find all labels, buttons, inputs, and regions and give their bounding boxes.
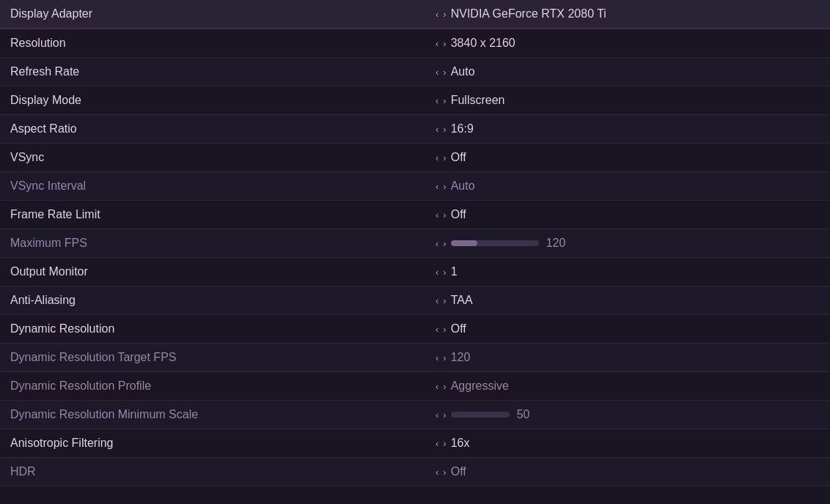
label-aspect-ratio: Aspect Ratio	[0, 115, 425, 144]
value-text-vsync: Off	[451, 151, 466, 164]
value-text-dynamic-resolution: Off	[451, 322, 466, 336]
label-refresh-rate: Refresh Rate	[0, 58, 425, 86]
value-wrapper-maximum-fps: ‹›120	[436, 237, 820, 250]
value-cell-maximum-fps: ‹›120	[425, 229, 830, 258]
value-wrapper-resolution: ‹›3840 x 2160	[436, 37, 820, 50]
value-text-hdr: Off	[451, 465, 466, 478]
label-dynamic-resolution-target-fps: Dynamic Resolution Target FPS	[0, 344, 425, 372]
slider-fill-maximum-fps	[451, 240, 477, 246]
slider-bar-maximum-fps	[451, 240, 539, 246]
arrow-left-anti-aliasing[interactable]: ‹	[436, 295, 438, 306]
row-maximum-fps: Maximum FPS‹›120	[0, 229, 830, 258]
slider-dynamic-resolution-minimum-scale[interactable]: 50	[451, 408, 539, 421]
label-display-adapter: Display Adapter	[0, 0, 425, 29]
arrow-left-display-adapter[interactable]: ‹	[436, 9, 438, 20]
value-wrapper-dynamic-resolution-profile: ‹›Aggressive	[436, 379, 820, 393]
slider-num-maximum-fps: 120	[546, 237, 568, 250]
label-vsync: VSync	[0, 144, 425, 172]
value-wrapper-dynamic-resolution: ‹›Off	[436, 322, 820, 336]
value-cell-vsync-interval: ‹›Auto	[425, 172, 830, 201]
row-display-adapter: Display Adapter‹›NVIDIA GeForce RTX 2080…	[0, 0, 830, 29]
arrow-right-resolution[interactable]: ›	[443, 38, 446, 49]
value-cell-aspect-ratio: ‹›16:9	[425, 115, 830, 144]
arrow-right-display-adapter[interactable]: ›	[443, 9, 446, 20]
arrow-right-anisotropic-filtering[interactable]: ›	[443, 438, 446, 449]
arrow-left-resolution[interactable]: ‹	[436, 38, 438, 49]
arrow-right-maximum-fps[interactable]: ›	[443, 238, 446, 249]
arrow-right-display-mode[interactable]: ›	[443, 95, 446, 106]
arrow-right-refresh-rate[interactable]: ›	[443, 67, 446, 78]
row-resolution: Resolution‹›3840 x 2160	[0, 29, 830, 58]
row-dynamic-resolution: Dynamic Resolution‹›Off	[0, 315, 830, 344]
arrow-right-vsync-interval[interactable]: ›	[443, 181, 446, 192]
value-text-dynamic-resolution-profile: Aggressive	[451, 379, 509, 393]
value-wrapper-vsync: ‹›Off	[436, 151, 820, 164]
arrow-left-dynamic-resolution-minimum-scale[interactable]: ‹	[436, 410, 438, 420]
value-cell-frame-rate-limit: ‹›Off	[425, 201, 830, 229]
row-frame-rate-limit: Frame Rate Limit‹›Off	[0, 201, 830, 229]
arrow-right-dynamic-resolution-target-fps[interactable]: ›	[443, 352, 446, 363]
value-wrapper-output-monitor: ‹›1	[436, 265, 820, 278]
arrow-left-aspect-ratio[interactable]: ‹	[436, 124, 438, 135]
value-text-dynamic-resolution-target-fps: 120	[451, 351, 471, 364]
row-anti-aliasing: Anti-Aliasing‹›TAA	[0, 286, 830, 315]
label-dynamic-resolution-profile: Dynamic Resolution Profile	[0, 372, 425, 401]
value-cell-anisotropic-filtering: ‹›16x	[425, 429, 830, 458]
value-cell-hdr: ‹›Off	[425, 458, 830, 486]
arrow-left-frame-rate-limit[interactable]: ‹	[436, 210, 438, 220]
row-display-mode: Display Mode‹›Fullscreen	[0, 86, 830, 115]
label-output-monitor: Output Monitor	[0, 258, 425, 286]
arrow-right-vsync[interactable]: ›	[443, 152, 446, 163]
arrow-right-anti-aliasing[interactable]: ›	[443, 295, 446, 306]
value-text-anti-aliasing: TAA	[451, 294, 473, 307]
slider-bar-dynamic-resolution-minimum-scale	[451, 412, 510, 418]
value-wrapper-display-adapter: ‹›NVIDIA GeForce RTX 2080 Ti	[436, 7, 820, 21]
value-cell-resolution: ‹›3840 x 2160	[425, 29, 830, 58]
arrow-left-vsync[interactable]: ‹	[436, 152, 438, 163]
value-text-output-monitor: 1	[451, 265, 458, 278]
arrow-left-vsync-interval[interactable]: ‹	[436, 181, 438, 192]
arrow-left-refresh-rate[interactable]: ‹	[436, 67, 438, 78]
settings-table: Display Adapter‹›NVIDIA GeForce RTX 2080…	[0, 0, 830, 486]
row-dynamic-resolution-target-fps: Dynamic Resolution Target FPS‹›120	[0, 344, 830, 372]
value-cell-dynamic-resolution-minimum-scale: ‹›50	[425, 401, 830, 429]
row-dynamic-resolution-minimum-scale: Dynamic Resolution Minimum Scale‹›50	[0, 401, 830, 429]
arrow-left-display-mode[interactable]: ‹	[436, 95, 438, 106]
value-text-frame-rate-limit: Off	[451, 208, 466, 221]
value-cell-display-mode: ‹›Fullscreen	[425, 86, 830, 115]
arrow-right-dynamic-resolution[interactable]: ›	[443, 324, 446, 335]
value-text-display-mode: Fullscreen	[451, 94, 505, 107]
label-anti-aliasing: Anti-Aliasing	[0, 286, 425, 315]
value-wrapper-anisotropic-filtering: ‹›16x	[436, 437, 820, 450]
value-wrapper-anti-aliasing: ‹›TAA	[436, 294, 820, 307]
value-text-refresh-rate: Auto	[451, 65, 475, 78]
value-wrapper-display-mode: ‹›Fullscreen	[436, 94, 820, 107]
value-text-resolution: 3840 x 2160	[451, 37, 515, 50]
value-text-aspect-ratio: 16:9	[451, 122, 474, 136]
value-cell-refresh-rate: ‹›Auto	[425, 58, 830, 86]
arrow-right-dynamic-resolution-profile[interactable]: ›	[443, 381, 446, 392]
value-cell-dynamic-resolution-profile: ‹›Aggressive	[425, 372, 830, 401]
label-frame-rate-limit: Frame Rate Limit	[0, 201, 425, 229]
arrow-left-maximum-fps[interactable]: ‹	[436, 238, 438, 249]
arrow-right-output-monitor[interactable]: ›	[443, 267, 446, 278]
arrow-left-anisotropic-filtering[interactable]: ‹	[436, 438, 438, 449]
arrow-left-dynamic-resolution-target-fps[interactable]: ‹	[436, 352, 438, 363]
value-cell-dynamic-resolution-target-fps: ‹›120	[425, 344, 830, 372]
value-cell-vsync: ‹›Off	[425, 144, 830, 172]
slider-num-dynamic-resolution-minimum-scale: 50	[517, 408, 539, 421]
label-maximum-fps: Maximum FPS	[0, 229, 425, 258]
row-hdr: HDR‹›Off	[0, 458, 830, 486]
arrow-left-dynamic-resolution-profile[interactable]: ‹	[436, 381, 438, 392]
arrow-right-aspect-ratio[interactable]: ›	[443, 124, 446, 135]
arrow-right-hdr[interactable]: ›	[443, 467, 446, 478]
arrow-left-output-monitor[interactable]: ‹	[436, 267, 438, 278]
arrow-right-dynamic-resolution-minimum-scale[interactable]: ›	[443, 410, 446, 420]
label-hdr: HDR	[0, 458, 425, 486]
slider-maximum-fps[interactable]: 120	[451, 237, 568, 250]
arrow-left-hdr[interactable]: ‹	[436, 467, 438, 478]
value-wrapper-refresh-rate: ‹›Auto	[436, 65, 820, 78]
arrow-left-dynamic-resolution[interactable]: ‹	[436, 324, 438, 335]
value-text-anisotropic-filtering: 16x	[451, 437, 470, 450]
arrow-right-frame-rate-limit[interactable]: ›	[443, 210, 446, 220]
